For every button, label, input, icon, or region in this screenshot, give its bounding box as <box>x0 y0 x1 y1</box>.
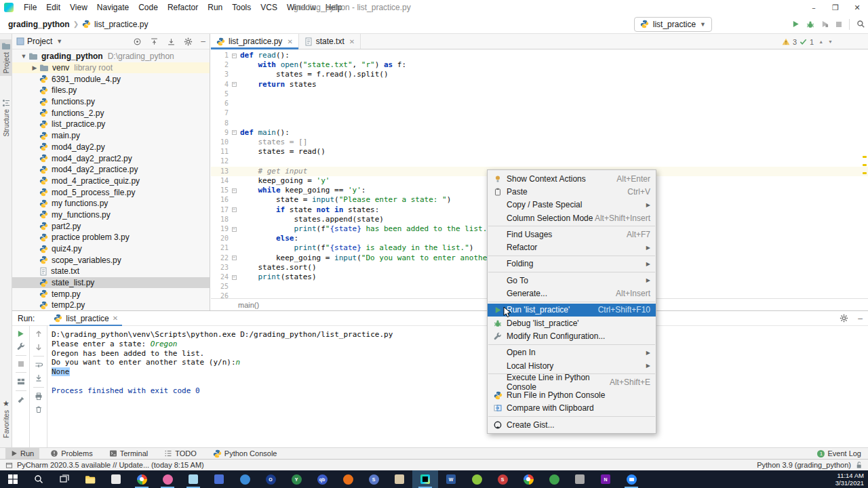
tree-item-temp2-py[interactable]: temp2.py <box>12 300 210 310</box>
taskbar-chrome-icon[interactable] <box>129 470 155 488</box>
fold-marker-icon[interactable]: − <box>232 207 237 212</box>
chevron-down-icon[interactable]: ▼ <box>19 53 28 60</box>
toolwindow-button-python-console[interactable]: Python Console <box>208 448 283 460</box>
tree-item-state-txt[interactable]: state.txt <box>12 266 210 277</box>
taskbar-color-diamond-icon[interactable] <box>515 470 541 488</box>
taskbar-bluestacks-icon[interactable] <box>464 470 490 488</box>
menu-file[interactable]: File <box>19 0 41 15</box>
code-line-12[interactable]: 12 <box>211 157 868 166</box>
line-number[interactable]: 3 <box>211 70 229 79</box>
chevron-down-icon[interactable]: ▼ <box>56 38 62 45</box>
menu-view[interactable]: View <box>65 0 92 15</box>
trash-icon[interactable] <box>35 405 43 413</box>
menu-code[interactable]: Code <box>134 0 163 15</box>
line-number[interactable]: 2 <box>211 60 229 70</box>
tree-item-mod-5-process-file-py[interactable]: mod_5_process_file.py <box>12 186 210 198</box>
stop-main-icon[interactable] <box>835 21 842 28</box>
line-number[interactable]: 12 <box>211 157 229 166</box>
toolwindow-button-problems[interactable]: Problems <box>45 448 98 460</box>
context-menu-item-refactor[interactable]: Refactor▶ <box>488 241 656 253</box>
warning-mark-icon[interactable] <box>863 164 867 166</box>
context-menu-item-folding[interactable]: Folding▶ <box>488 258 656 270</box>
tree-item-venv[interactable]: ▶venvlibrary root <box>12 62 210 74</box>
breadcrumb-file[interactable]: list_practice.py <box>94 20 148 29</box>
line-number[interactable]: 19 <box>211 224 229 234</box>
editor-tab-list-practice-py[interactable]: list_practice.py✕ <box>211 34 299 49</box>
code-line-5[interactable]: 5 <box>211 89 868 99</box>
code-line-1[interactable]: 1−def read(): <box>211 51 868 60</box>
tool-stripe-project[interactable]: Project <box>0 39 12 76</box>
taskbar-store-icon[interactable] <box>103 470 129 488</box>
line-number[interactable]: 9 <box>211 128 229 138</box>
editor-breadcrumb-scope[interactable]: main() <box>238 301 259 309</box>
print-icon[interactable] <box>35 392 43 401</box>
context-menu-item-create-gist-[interactable]: Create Gist... <box>488 418 656 431</box>
context-menu-item-compare-with-clipboard[interactable]: Compare with Clipboard <box>488 402 656 415</box>
chevron-right-icon[interactable]: ▶ <box>30 64 39 71</box>
taskbar-red-app-icon[interactable]: S <box>490 470 515 488</box>
taskbar-onepassword-icon[interactable]: O <box>258 470 283 488</box>
line-number[interactable]: 15 <box>211 186 229 195</box>
taskbar-file-explorer-icon[interactable] <box>77 470 103 488</box>
menu-tools[interactable]: Tools <box>227 0 256 15</box>
taskbar-firefox-icon[interactable] <box>335 470 361 488</box>
fold-marker-icon[interactable]: − <box>232 130 237 135</box>
tree-item-grading-python[interactable]: ▼grading_pythonD:\grading_python <box>12 51 210 62</box>
tree-item-scope-variables-py[interactable]: scope_variables.py <box>12 254 210 266</box>
line-number[interactable]: 18 <box>211 215 229 224</box>
context-menu-item-column-selection-mode[interactable]: Column Selection ModeAlt+Shift+Insert <box>488 211 656 224</box>
code-line-7[interactable]: 7 <box>211 108 868 118</box>
tree-item-functions-2-py[interactable]: functions_2.py <box>12 107 210 119</box>
tree-item-list-practice-py[interactable]: list_practice.py <box>12 119 210 130</box>
tree-item-practice-problem-3-py[interactable]: practice problem 3.py <box>12 232 210 243</box>
taskbar-onenote-icon[interactable]: N <box>593 470 618 488</box>
tree-item-my-functions-py[interactable]: my_functions.py <box>12 209 210 221</box>
expand-all-icon[interactable] <box>167 37 176 46</box>
line-number[interactable]: 21 <box>211 243 229 253</box>
code-line-10[interactable]: 10 states = [] <box>211 138 868 147</box>
line-number[interactable]: 25 <box>211 282 229 291</box>
toolwindow-button-run[interactable]: Run <box>5 448 39 460</box>
code-line-11[interactable]: 11 states = read() <box>211 147 868 157</box>
tree-item-main-py[interactable]: main.py <box>12 130 210 142</box>
line-number[interactable]: 26 <box>211 291 229 298</box>
fold-marker-icon[interactable]: − <box>232 275 237 280</box>
taskbar-task-view-icon[interactable] <box>52 470 77 488</box>
fold-marker-icon[interactable]: − <box>232 256 237 260</box>
search-everywhere-icon[interactable] <box>856 20 865 28</box>
close-icon[interactable]: ✕ <box>113 314 118 322</box>
context-menu-item-run-file-in-python-console[interactable]: Run File in Python Console <box>488 388 656 401</box>
menu-edit[interactable]: Edit <box>41 0 65 15</box>
context-menu-item-open-in[interactable]: Open In▶ <box>488 346 656 359</box>
line-number[interactable]: 24 <box>211 272 229 282</box>
pin-icon[interactable] <box>17 396 25 404</box>
context-menu-item-execute-line-in-python-console[interactable]: Execute Line in Python ConsoleAlt+Shift+… <box>488 375 656 388</box>
taskbar-skype-icon[interactable]: S <box>361 470 387 488</box>
line-number[interactable]: 4 <box>211 80 229 89</box>
line-number[interactable]: 1 <box>211 51 229 60</box>
breadcrumb-project[interactable]: grading_python <box>8 20 70 29</box>
tree-item-part2-py[interactable]: part2.py <box>12 220 210 232</box>
close-icon[interactable]: ✕ <box>846 0 868 15</box>
tree-item-quiz4-py[interactable]: quiz4.py <box>12 243 210 255</box>
locate-file-icon[interactable] <box>133 37 142 46</box>
tree-item-mod4-day2-practice-py[interactable]: mod4_day2_practice.py <box>12 164 210 176</box>
next-problem-icon[interactable]: ▼ <box>828 39 833 44</box>
taskbar-documents-app-icon[interactable] <box>387 470 412 488</box>
menu-run[interactable]: Run <box>203 0 227 15</box>
code-line-6[interactable]: 6 <box>211 99 868 108</box>
scrollend-icon[interactable] <box>35 374 43 382</box>
code-line-9[interactable]: 9−def main(): <box>211 128 868 138</box>
taskbar-search-icon[interactable] <box>26 470 52 488</box>
run-configuration-select[interactable]: list_practice ▼ <box>634 17 712 32</box>
minimize-icon[interactable]: – <box>803 0 825 15</box>
tree-item-mod4-day2-py[interactable]: mod4_day2.py <box>12 142 210 153</box>
menu-navigate[interactable]: Navigate <box>92 0 134 15</box>
tree-item-mod-4-practice-quiz-py[interactable]: mod_4_practice_quiz.py <box>12 176 210 187</box>
warning-mark-icon[interactable] <box>863 156 867 158</box>
context-menu-item-go-to[interactable]: Go To▶ <box>488 274 656 287</box>
editor-tab-state-txt[interactable]: state.txt✕ <box>299 34 361 49</box>
code-line-8[interactable]: 8 <box>211 119 868 128</box>
taskbar-paint-3d-icon[interactable] <box>155 470 180 488</box>
run-panel-tab[interactable]: list_practice ✕ <box>50 311 122 326</box>
